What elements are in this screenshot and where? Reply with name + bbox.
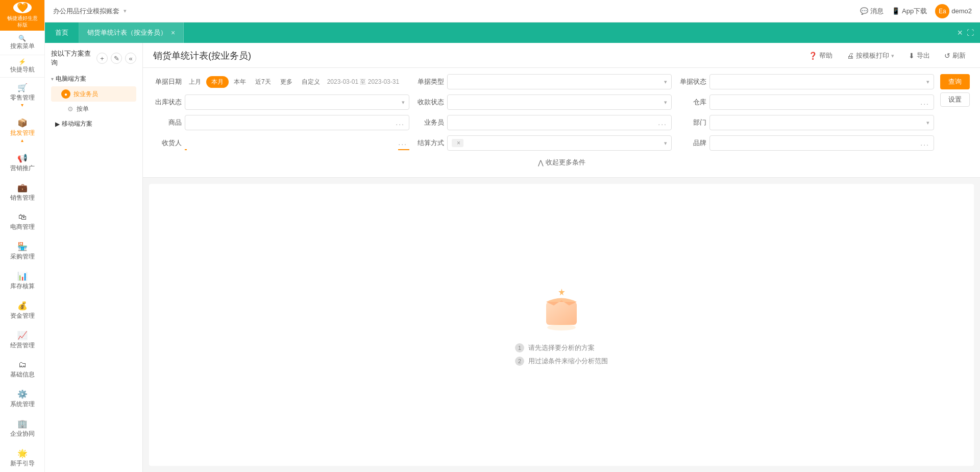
out-status-select[interactable]: ▾ <box>185 95 409 110</box>
receiver-input-wrapper: ... <box>185 136 409 150</box>
warehouse-dots[interactable]: ... <box>920 98 929 106</box>
desktop-plan-group: ▾ 电脑端方案 ● 按业务员 ⚙ 按单 <box>45 72 142 116</box>
add-plan-btn[interactable]: + <box>96 53 108 64</box>
doc-status-select[interactable]: ▾ <box>709 74 934 89</box>
user-profile[interactable]: Ea demo2 <box>935 4 972 18</box>
retail-icon: 🛒 <box>17 83 28 92</box>
goods-dots[interactable]: ... <box>396 119 405 127</box>
salesperson-dots[interactable]: ... <box>658 119 667 127</box>
brand-dots[interactable]: ... <box>920 139 929 147</box>
empty-svg <box>536 284 587 335</box>
page-header: 销货单统计表(按业务员) ❓ 帮助 🖨 按模板打印 ▾ ⬇ 导出 <box>143 43 980 68</box>
date-last-month[interactable]: 上月 <box>185 76 205 88</box>
help-icon: ❓ <box>808 52 817 60</box>
dept-select[interactable]: ▾ <box>709 115 934 130</box>
sidebar-item-basic[interactable]: 🗂 基础信息 <box>0 355 44 384</box>
empty-step-1: 1 请先选择要分析的方案 <box>515 343 608 352</box>
export-btn[interactable]: ⬇ 导出 <box>904 49 934 62</box>
newbie-icon: 🌟 <box>17 449 28 458</box>
date-custom[interactable]: 自定义 <box>298 76 324 88</box>
receiver-input[interactable] <box>187 135 398 150</box>
sidebar-item-system[interactable]: ⚙️ 系统管理 <box>0 384 44 414</box>
sidebar-search[interactable]: 🔍 搜索菜单 <box>0 31 44 55</box>
sidebar-item-retail[interactable]: 🛒 零售管理 ▾ <box>0 78 44 113</box>
sidebar-item-finance[interactable]: 💰 资金管理 <box>0 296 44 325</box>
purchase-icon: 🏪 <box>17 242 28 251</box>
industry-dropdown-arrow[interactable]: ▾ <box>124 8 127 14</box>
tab-bar: 首页 销货单统计表（按业务员） × × ⛶ <box>45 22 980 43</box>
sidebar-quick-nav[interactable]: ⚡ 快捷导航 <box>0 55 44 78</box>
finance-icon: 💰 <box>17 301 28 311</box>
brand-select[interactable]: ... <box>709 135 934 151</box>
plan-sub-item-order[interactable]: ⚙ 按单 <box>51 102 136 116</box>
warehouse-field: 仓库 ... <box>678 95 934 110</box>
search-icon: 🔍 <box>18 35 26 42</box>
enterprise-icon: 🏢 <box>17 419 28 429</box>
goods-select[interactable]: ... <box>185 115 409 130</box>
goods-label: 商品 <box>153 118 182 127</box>
content-area: 按以下方案查询 + ✎ « ▾ 电脑端方案 ● 按业务员 <box>45 43 980 472</box>
svg-point-2 <box>547 324 576 331</box>
sidebar-item-newbie[interactable]: 🌟 新手引导 <box>0 443 44 472</box>
receiver-dots[interactable]: ... <box>398 138 407 147</box>
marketing-icon: 📢 <box>17 153 28 163</box>
help-btn[interactable]: ❓ 帮助 <box>804 49 837 62</box>
message-btn[interactable]: 💬 消息 <box>860 7 884 16</box>
sidebar-item-wholesale[interactable]: 📦 批发管理 ▴ <box>0 113 44 148</box>
date-more[interactable]: 更多 <box>276 76 297 88</box>
print-dropdown-arrow[interactable]: ▾ <box>891 53 894 59</box>
filter-area: 单据日期 上月 本月 本年 近7天 更多 自定义 2023-03-01 至 20… <box>143 68 980 178</box>
date-7days[interactable]: 近7天 <box>251 76 275 88</box>
sidebar: 🧡 畅捷通好生意 标版 🔍 搜索菜单 ⚡ 快捷导航 🛒 零售管理 ▾ 📦 批发管… <box>0 0 45 472</box>
dept-arrow: ▾ <box>926 120 929 126</box>
doc-type-select[interactable]: ▾ <box>447 74 672 89</box>
edit-plan-btn[interactable]: ✎ <box>111 53 122 64</box>
collapse-btn[interactable]: ⋀ 收起更多条件 <box>153 154 970 171</box>
out-status-arrow: ▾ <box>402 99 405 106</box>
sidebar-item-inventory[interactable]: 📊 库存核算 <box>0 266 44 296</box>
tab-home[interactable]: 首页 <box>45 22 79 43</box>
mobile-group-toggle[interactable]: ▶ 移动端方案 <box>51 116 136 131</box>
plan-item-salesperson[interactable]: ● 按业务员 <box>51 86 136 102</box>
left-panel: 按以下方案查询 + ✎ « ▾ 电脑端方案 ● 按业务员 <box>45 43 143 472</box>
payment-select[interactable]: × ▾ <box>447 135 672 151</box>
desktop-group-toggle[interactable]: ▾ 电脑端方案 <box>51 72 136 86</box>
refresh-btn[interactable]: ↺ 刷新 <box>940 49 970 62</box>
doc-status-arrow: ▾ <box>926 79 929 85</box>
payment-field: 结算方式 × ▾ <box>415 135 672 151</box>
doc-status-label: 单据状态 <box>678 77 706 86</box>
warehouse-label: 仓库 <box>678 98 706 107</box>
sidebar-item-enterprise[interactable]: 🏢 企业协同 <box>0 414 44 443</box>
sidebar-item-ecommerce[interactable]: 🛍 电商管理 <box>0 207 44 237</box>
tab-close-btn[interactable]: × <box>171 29 175 37</box>
date-current-year[interactable]: 本年 <box>230 76 250 88</box>
date-current-month[interactable]: 本月 <box>206 76 229 88</box>
plan-active-icon: ● <box>61 89 70 99</box>
sidebar-item-sales[interactable]: 💼 销售管理 <box>0 178 44 207</box>
right-panel: 销货单统计表(按业务员) ❓ 帮助 🖨 按模板打印 ▾ ⬇ 导出 <box>143 43 980 472</box>
warehouse-select[interactable]: ... <box>709 95 934 110</box>
tab-bar-actions: × ⛶ <box>951 22 980 43</box>
sidebar-item-operations[interactable]: 📈 经营管理 <box>0 325 44 355</box>
tab-sales-stat[interactable]: 销货单统计表（按业务员） × <box>79 22 184 43</box>
logo-icon: 🧡 <box>13 2 32 13</box>
empty-state: 1 请先选择要分析的方案 2 用过滤条件来缩小分析范围 <box>149 184 974 466</box>
setting-btn[interactable]: 设置 <box>940 92 970 107</box>
tab-maximize-btn[interactable]: ⛶ <box>967 29 974 37</box>
salesperson-select[interactable]: ... <box>447 115 672 130</box>
tab-close-window-btn[interactable]: × <box>957 28 963 38</box>
collapse-panel-btn[interactable]: « <box>125 53 136 64</box>
step2-num: 2 <box>515 357 524 366</box>
template-print-btn[interactable]: 🖨 按模板打印 ▾ <box>843 49 898 62</box>
sidebar-item-purchase[interactable]: 🏪 采购管理 <box>0 237 44 266</box>
sidebar-item-marketing[interactable]: 📢 营销推广 <box>0 148 44 178</box>
payment-arrow: ▾ <box>664 140 667 147</box>
payment-label: 结算方式 <box>415 138 444 148</box>
query-btn[interactable]: 查询 <box>940 74 970 89</box>
app-download-btn[interactable]: 📱 App下载 <box>892 7 927 16</box>
payment-tag: × <box>452 139 463 147</box>
receipt-status-select[interactable]: ▾ <box>447 95 672 110</box>
logo-subtitle: 标版 <box>17 21 28 29</box>
payment-tag-close[interactable]: × <box>457 139 460 147</box>
receiver-label: 收货人 <box>153 138 182 148</box>
